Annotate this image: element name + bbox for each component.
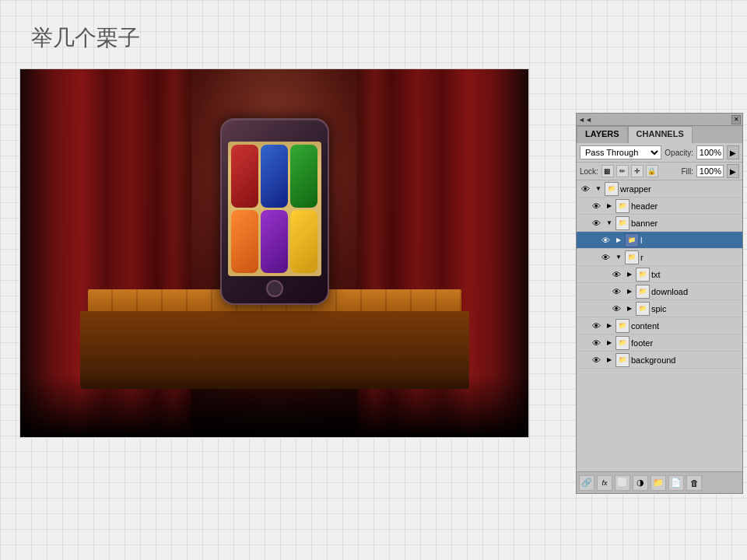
title-area: 举几个栗子 [0, 0, 549, 68]
layer-expand-r[interactable]: ▼ [614, 251, 623, 264]
fill-label: Fill: [681, 167, 693, 176]
layer-icon-banner: 📁 [615, 216, 630, 230]
layer-header[interactable]: 👁 ▶ 📁 header [577, 198, 742, 215]
layer-eye-banner[interactable]: 👁 [589, 216, 603, 230]
layers-panel: ◄◄ ✕ LAYERS CHANNELS Pass Through Normal… [576, 113, 743, 494]
layer-expand-banner[interactable]: ▼ [605, 217, 614, 229]
layers-list[interactable]: 👁 ▼ 📁 wrapper 👁 ▶ 📁 header 👁 ▼ 📁 banner … [577, 180, 742, 471]
stage-image [19, 68, 529, 438]
toolbar-adjustment-button[interactable]: ◑ [633, 475, 648, 491]
opacity-input[interactable] [696, 145, 724, 159]
layer-eye-content[interactable]: 👁 [589, 319, 603, 333]
layer-r[interactable]: 👁 ▼ 📁 r [577, 249, 742, 266]
layer-spic[interactable]: 👁 ▶ 📁 spic [577, 300, 742, 317]
lock-transparent-btn[interactable]: ▩ [601, 165, 614, 177]
toolbar-new-layer-button[interactable]: 📄 [668, 475, 684, 491]
app-icon-2 [261, 145, 288, 208]
layer-expand-wrapper[interactable]: ▼ [594, 183, 603, 195]
app-icon-4 [231, 210, 258, 273]
phone-screen [228, 142, 321, 276]
layer-download[interactable]: 👁 ▶ 📁 download [577, 283, 742, 300]
layer-background[interactable]: 👁 ▶ 📁 background [577, 352, 742, 369]
layer-content[interactable]: 👁 ▶ 📁 content [577, 317, 742, 334]
toolbar-group-button[interactable]: 📁 [651, 475, 666, 491]
page-title: 举几个栗子 [31, 26, 140, 50]
layer-icon-download: 📁 [636, 285, 650, 299]
panel-titlebar: ◄◄ ✕ [577, 114, 742, 126]
layer-expand-l[interactable]: ▶ [614, 234, 623, 247]
layer-eye-background[interactable]: 👁 [589, 353, 603, 367]
layer-name-content: content [631, 321, 741, 331]
lock-row: Lock: ▩ ✏ ✛ 🔒 Fill: ▶ [577, 163, 742, 180]
toolbar-fx-button[interactable]: fx [597, 475, 612, 491]
layer-name-spic: spic [651, 304, 741, 313]
panel-tabs: LAYERS CHANNELS [577, 126, 742, 143]
layer-name-l: l [640, 236, 741, 245]
lock-all-btn[interactable]: 🔒 [646, 165, 658, 177]
layer-name-download: download [651, 287, 741, 296]
layer-expand-content[interactable]: ▶ [605, 320, 614, 332]
panel-close-button[interactable]: ✕ [731, 115, 741, 124]
tab-channels[interactable]: CHANNELS [628, 126, 693, 143]
blend-mode-row: Pass Through Normal Multiply Screen Opac… [577, 143, 742, 163]
lock-label: Lock: [580, 167, 598, 176]
layer-expand-footer[interactable]: ▶ [605, 337, 614, 349]
tab-layers[interactable]: LAYERS [577, 126, 628, 143]
lock-move-btn[interactable]: ✛ [631, 165, 644, 177]
layer-icon-txt: 📁 [636, 268, 650, 282]
layer-expand-background[interactable]: ▶ [605, 354, 614, 366]
layer-icon-background: 📁 [615, 353, 630, 367]
layer-name-background: background [631, 355, 741, 365]
fill-input[interactable] [696, 165, 724, 177]
layer-eye-r[interactable]: 👁 [598, 250, 612, 264]
layer-icon-spic: 📁 [636, 302, 650, 316]
phone-home-button [266, 280, 283, 297]
panel-collapse-arrows[interactable]: ◄◄ [578, 116, 592, 124]
app-icon-6 [290, 210, 317, 273]
toolbar-link-button[interactable]: 🔗 [579, 475, 594, 491]
main-content: 举几个栗子 [0, 0, 549, 560]
layer-l[interactable]: 👁 ▶ 📁 l [577, 232, 742, 249]
app-icon-1 [231, 145, 258, 208]
layer-name-banner: banner [631, 219, 741, 228]
layer-eye-footer[interactable]: 👁 [589, 336, 603, 350]
layer-icon-header: 📁 [615, 199, 630, 213]
layer-eye-wrapper[interactable]: 👁 [578, 182, 592, 196]
lock-icons: ▩ ✏ ✛ 🔒 [601, 165, 658, 177]
app-icon-3 [290, 145, 317, 208]
layer-icon-r: 📁 [625, 250, 639, 264]
layer-expand-txt[interactable]: ▶ [625, 268, 634, 281]
layer-eye-l[interactable]: 👁 [598, 233, 612, 247]
layer-icon-l: 📁 [625, 233, 639, 247]
layer-name-txt: txt [651, 270, 741, 279]
app-icon-5 [261, 210, 288, 273]
layer-footer[interactable]: 👁 ▶ 📁 footer [577, 334, 742, 352]
layer-name-header: header [631, 201, 741, 211]
lock-paint-btn[interactable]: ✏ [616, 165, 629, 177]
panel-bottom-toolbar: 🔗 fx ⬜ ◑ 📁 📄 🗑 [577, 471, 742, 493]
layer-eye-spic[interactable]: 👁 [609, 302, 623, 316]
phone-screen-inner [228, 142, 321, 276]
layer-wrapper[interactable]: 👁 ▼ 📁 wrapper [577, 180, 742, 198]
layer-banner[interactable]: 👁 ▼ 📁 banner [577, 215, 742, 232]
layer-icon-content: 📁 [615, 319, 630, 333]
floor-shadow [20, 375, 528, 437]
layer-eye-download[interactable]: 👁 [609, 285, 623, 299]
toolbar-delete-button[interactable]: 🗑 [686, 475, 702, 491]
phone [220, 118, 329, 305]
fill-arrow[interactable]: ▶ [727, 164, 739, 178]
layer-expand-download[interactable]: ▶ [625, 285, 634, 298]
layer-icon-wrapper: 📁 [605, 182, 619, 196]
layer-name-r: r [640, 253, 741, 262]
opacity-arrow[interactable]: ▶ [727, 145, 739, 159]
layer-name-wrapper: wrapper [620, 184, 741, 194]
layer-txt[interactable]: 👁 ▶ 📁 txt [577, 266, 742, 283]
toolbar-mask-button[interactable]: ⬜ [615, 475, 630, 491]
layer-expand-spic[interactable]: ▶ [625, 303, 634, 315]
layer-eye-header[interactable]: 👁 [589, 199, 603, 213]
layer-icon-footer: 📁 [615, 336, 630, 350]
opacity-label: Opacity: [665, 149, 693, 157]
layer-expand-header[interactable]: ▶ [605, 200, 614, 212]
blend-mode-select[interactable]: Pass Through Normal Multiply Screen [580, 145, 661, 159]
layer-eye-txt[interactable]: 👁 [609, 268, 623, 282]
